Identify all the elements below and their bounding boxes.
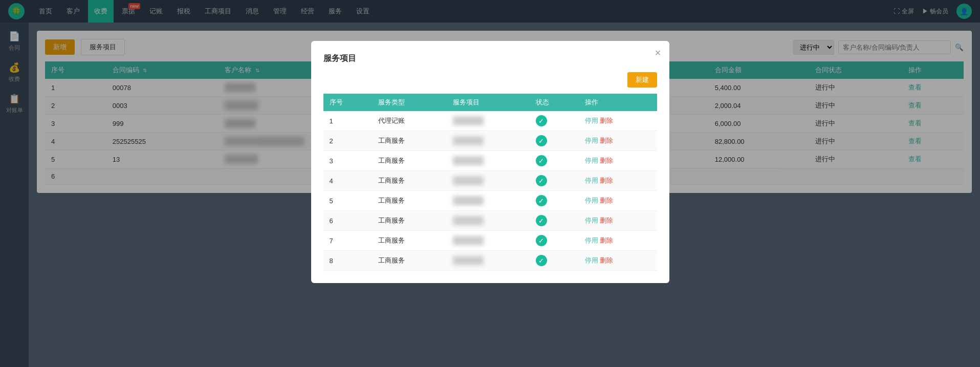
delete-button[interactable]: 删除 — [600, 236, 613, 245]
disable-button[interactable]: 停用 — [585, 256, 598, 265]
status-check-icon: ✓ — [536, 175, 547, 186]
modal-title: 服务项目 — [323, 53, 657, 64]
modal-col-status: 状态 — [530, 94, 579, 111]
modal-table-row: 8 工商服务 注册 ✓ 停用 删除 — [323, 251, 657, 271]
status-check-icon: ✓ — [536, 215, 547, 226]
delete-button[interactable]: 删除 — [600, 216, 613, 225]
modal-col-seq: 序号 — [323, 94, 373, 111]
disable-button[interactable]: 停用 — [585, 156, 598, 165]
delete-button[interactable]: 删除 — [600, 196, 613, 205]
modal-col-item: 服务项目 — [447, 94, 529, 111]
modal-overlay: × 服务项目 新建 序号 服务类型 服务项目 状态 操作 1 — [0, 0, 980, 367]
status-check-icon: ✓ — [536, 155, 547, 166]
service-table: 序号 服务类型 服务项目 状态 操作 1 代理记账 项目名1 ✓ 停用 — [323, 94, 657, 271]
status-check-icon: ✓ — [536, 255, 547, 266]
modal-toolbar: 新建 — [323, 72, 657, 88]
modal-table-row: 4 工商服务 项目名 ✓ 停用 删除 — [323, 171, 657, 191]
modal-table-row: 2 工商服务 项目名 ✓ 停用 删除 — [323, 131, 657, 151]
delete-button[interactable]: 删除 — [600, 256, 613, 265]
disable-button[interactable]: 停用 — [585, 236, 598, 245]
modal-table-row: 1 代理记账 项目名1 ✓ 停用 删除 — [323, 111, 657, 131]
status-check-icon: ✓ — [536, 135, 547, 146]
service-modal: × 服务项目 新建 序号 服务类型 服务项目 状态 操作 1 — [311, 41, 669, 283]
modal-table-row: 3 工商服务 项目名 ✓ 停用 删除 — [323, 151, 657, 171]
disable-button[interactable]: 停用 — [585, 196, 598, 205]
status-check-icon: ✓ — [536, 235, 547, 246]
delete-button[interactable]: 删除 — [600, 156, 613, 165]
modal-add-button[interactable]: 新建 — [627, 72, 657, 88]
disable-button[interactable]: 停用 — [585, 216, 598, 225]
modal-table-row: 5 工商服务 项目名 ✓ 停用 删除 — [323, 191, 657, 211]
status-check-icon: ✓ — [536, 195, 547, 206]
modal-close-button[interactable]: × — [655, 47, 661, 59]
modal-col-action: 操作 — [579, 94, 657, 111]
disable-button[interactable]: 停用 — [585, 136, 598, 145]
disable-button[interactable]: 停用 — [585, 176, 598, 185]
disable-button[interactable]: 停用 — [585, 116, 598, 125]
modal-table-row: 7 工商服务 项目名 ✓ 停用 删除 — [323, 231, 657, 251]
status-check-icon: ✓ — [536, 115, 547, 126]
modal-col-type: 服务类型 — [372, 94, 447, 111]
delete-button[interactable]: 删除 — [600, 176, 613, 185]
delete-button[interactable]: 删除 — [600, 116, 613, 125]
modal-table-row: 6 工商服务 项目名长 ✓ 停用 删除 — [323, 211, 657, 231]
modal-body[interactable]: 序号 服务类型 服务项目 状态 操作 1 代理记账 项目名1 ✓ 停用 — [323, 94, 657, 271]
delete-button[interactable]: 删除 — [600, 136, 613, 145]
